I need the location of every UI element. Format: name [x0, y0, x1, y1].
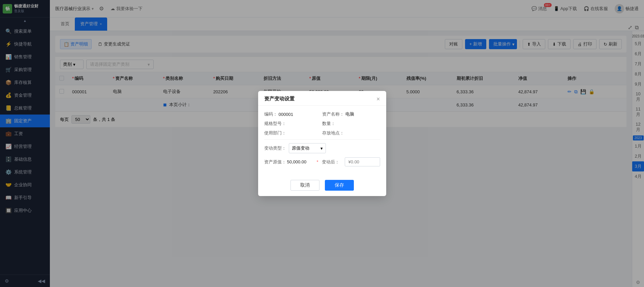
modal-field-asset-name: 资产名称： 电脑 — [322, 111, 380, 117]
change-type-select[interactable]: 原值变动 ▾ — [289, 143, 326, 153]
change-type-value: 原值变动 — [292, 145, 309, 151]
modal-header: 资产变动设置 × — [258, 91, 386, 106]
modal-value-row: 资产原值： 50,000.00 * 变动后： — [264, 157, 380, 166]
modal-row-spec-qty: 规格型号： 数量： — [264, 121, 380, 127]
location-label: 存放地点： — [322, 130, 344, 136]
spec-label: 规格型号： — [264, 121, 286, 127]
department-label: 使用部门： — [264, 130, 286, 136]
code-value: 000001 — [279, 112, 293, 117]
code-label: 编码： — [264, 111, 277, 117]
change-type-label: 变动类型： — [264, 145, 286, 151]
asset-original-value: 50,000.00 — [287, 159, 314, 164]
after-change-input[interactable] — [345, 157, 380, 166]
modal-footer: 取消 保存 — [258, 176, 386, 196]
modal-field-code: 编码： 000001 — [264, 111, 322, 117]
asset-name-value: 电脑 — [345, 111, 354, 117]
modal-overlay: 资产变动设置 × 编码： 000001 资产名称： 电脑 规格型号： — [0, 0, 644, 287]
modal-row-code-name: 编码： 000001 资产名称： 电脑 — [264, 111, 380, 117]
modal-close-btn[interactable]: × — [376, 96, 380, 102]
asset-original-label: 资产原值： — [264, 159, 284, 165]
modal-field-quantity: 数量： — [322, 121, 380, 127]
required-star: * — [317, 159, 318, 164]
asset-change-modal: 资产变动设置 × 编码： 000001 资产名称： 电脑 规格型号： — [258, 91, 386, 196]
asset-name-label: 资产名称： — [322, 111, 344, 117]
quantity-label: 数量： — [322, 121, 335, 127]
modal-field-location: 存放地点： — [322, 130, 380, 136]
modal-title: 资产变动设置 — [264, 96, 295, 102]
save-button[interactable]: 保存 — [325, 180, 354, 191]
modal-row-dept-loc: 使用部门： 存放地点： — [264, 130, 380, 136]
modal-change-type-row: 变动类型： 原值变动 ▾ — [264, 143, 380, 153]
modal-field-spec: 规格型号： — [264, 121, 322, 127]
cancel-button[interactable]: 取消 — [290, 180, 319, 191]
after-change-label: 变动后： — [322, 159, 342, 165]
modal-divider — [264, 139, 380, 140]
modal-field-department: 使用部门： — [264, 130, 322, 136]
change-type-chevron-icon: ▾ — [320, 146, 323, 151]
modal-body: 编码： 000001 资产名称： 电脑 规格型号： 数量： — [258, 106, 386, 176]
